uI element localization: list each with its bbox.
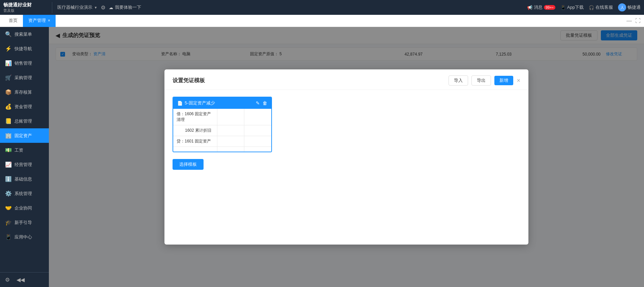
template-row	[173, 147, 271, 152]
template-card-header-actions: ✎ 🗑	[256, 100, 267, 106]
template-credit-2	[244, 136, 271, 147]
sidebar-item-label: 总账管理	[14, 118, 32, 124]
sidebar-item-quick-nav[interactable]: ⚡ 快捷导航	[0, 41, 49, 56]
avatar: 人	[618, 3, 626, 11]
sidebar-item-label: 基础信息	[14, 176, 32, 182]
sidebar-item-purchase[interactable]: 🛒 采购管理	[0, 70, 49, 85]
cloud-icon: ☁	[109, 5, 113, 10]
template-card-header-left: 📄 5-固定资产减少	[177, 100, 215, 106]
tab-asset-mgmt-label: 资产管理	[28, 18, 46, 24]
sidebar-item-label: 系统管理	[14, 191, 32, 197]
fund-icon: 💰	[5, 103, 12, 110]
topbar-right: 📢 消息 99++ 📱 App下载 🎧 在线客服 人 畅捷通	[527, 3, 641, 11]
purchase-icon: 🛒	[5, 74, 12, 81]
sidebar-item-salary[interactable]: 💵 工资	[0, 143, 49, 157]
template-row: 1602 累计折旧	[173, 125, 271, 136]
sidebar-item-sales[interactable]: 📊 销售管理	[0, 56, 49, 70]
notifications-label: 消息	[534, 4, 543, 10]
search-icon: 🔍	[5, 31, 12, 37]
sidebar-item-label: 搜索菜单	[14, 31, 32, 37]
notifications-badge: 99++	[544, 5, 555, 10]
online-service-label: 在线客服	[595, 4, 613, 10]
template-credit-0	[244, 109, 271, 125]
ledger-icon: 📒	[5, 118, 12, 124]
main-layout: 🔍 搜索菜单 ⚡ 快捷导航 📊 销售管理 🛒 采购管理 📦 库存核算 💰	[0, 27, 644, 287]
select-template-button[interactable]: 选择模板	[173, 159, 204, 170]
template-name: 5-固定资产减少	[185, 100, 215, 106]
template-row: 借：1606 固定资产清理	[173, 109, 271, 125]
template-name-text: 固定资产减少	[189, 100, 215, 105]
sidebar-item-guide[interactable]: 🎓 新手引导	[0, 215, 49, 230]
logo-main: 畅捷通好业财	[3, 2, 32, 8]
inventory-icon: 📦	[5, 89, 12, 95]
sidebar-item-label: 库存核算	[14, 89, 32, 95]
sidebar-item-label: 经营管理	[14, 162, 32, 168]
template-credit-1	[244, 125, 271, 136]
template-card-header: 📄 5-固定资产减少 ✎ 🗑	[173, 97, 271, 109]
sidebar-item-app-center[interactable]: 📱 应用中心	[0, 230, 49, 244]
modal-close-icon[interactable]: ×	[517, 77, 520, 84]
sidebar: 🔍 搜索菜单 ⚡ 快捷导航 📊 销售管理 🛒 采购管理 📦 库存核算 💰	[0, 27, 49, 287]
app-download-button[interactable]: 📱 App下载	[560, 4, 584, 10]
sidebar-item-inventory[interactable]: 📦 库存核算	[0, 85, 49, 99]
notifications-button[interactable]: 📢 消息 99++	[527, 4, 555, 10]
template-account-2: 贷：1601 固定资产	[173, 136, 217, 147]
template-card: 📄 5-固定资产减少 ✎ 🗑	[173, 97, 272, 152]
user-label: 畅捷通	[627, 4, 641, 10]
export-button[interactable]: 导出	[471, 75, 491, 86]
mobile-icon: 📱	[560, 5, 566, 10]
tab-home-label: 首页	[9, 18, 18, 24]
sidebar-item-system[interactable]: ⚙️ 系统管理	[0, 186, 49, 201]
tab-close-icon[interactable]: ×	[48, 18, 50, 23]
company-selector[interactable]: 医疗器械行业演示 ▼	[57, 4, 97, 10]
sidebar-item-operation[interactable]: 📈 经营管理	[0, 157, 49, 172]
sidebar-item-fixed-asset[interactable]: 🏢 固定资产	[0, 128, 49, 143]
sidebar-item-ledger[interactable]: 📒 总账管理	[0, 114, 49, 128]
sidebar-item-label: 资金管理	[14, 104, 32, 110]
modal-set-template: 设置凭证模板 导入 导出 新增 × 📄	[164, 69, 528, 245]
sidebar-item-label: 快捷导航	[14, 46, 32, 52]
template-id: 5	[185, 100, 187, 105]
window-controls: — ⛶	[626, 18, 641, 24]
sidebar-item-search[interactable]: 🔍 搜索菜单	[0, 27, 49, 41]
headset-icon: 🎧	[589, 5, 594, 10]
tab-home[interactable]: 首页	[3, 15, 23, 27]
sidebar-item-basic-info[interactable]: ℹ️ 基础信息	[0, 172, 49, 186]
sidebar-item-label: 企业协同	[14, 205, 32, 211]
sidebar-footer: ⚙ ◀◀	[0, 272, 49, 287]
chevron-down-icon: ▼	[94, 6, 97, 9]
user-menu[interactable]: 人 畅捷通	[618, 3, 641, 11]
basic-info-icon: ℹ️	[5, 176, 12, 182]
experience-button[interactable]: ☁ 我要体验一下	[109, 4, 141, 10]
enterprise-icon: 🤝	[5, 205, 12, 211]
sales-icon: 📊	[5, 60, 12, 66]
template-debit-0	[217, 109, 244, 125]
footer-settings-icon[interactable]: ⚙	[5, 277, 10, 283]
modal-header-actions: 导入 导出 新增 ×	[449, 75, 520, 86]
topbar: 畅捷通好业财 普及版 医疗器械行业演示 ▼ ⚙ ☁ 我要体验一下 📢 消息 99…	[0, 0, 644, 15]
modal-title: 设置凭证模板	[173, 77, 205, 84]
maximize-icon[interactable]: ⛶	[635, 18, 641, 24]
salary-icon: 💵	[5, 147, 12, 153]
tab-asset-mgmt[interactable]: 资产管理 ×	[23, 15, 56, 27]
import-button[interactable]: 导入	[449, 75, 468, 86]
app-download-label: App下载	[567, 4, 584, 10]
logo-sub: 普及版	[3, 8, 14, 13]
fixed-asset-icon: 🏢	[5, 132, 12, 139]
tabbar: 首页 资产管理 × — ⛶	[0, 15, 644, 27]
new-button[interactable]: 新增	[494, 76, 513, 85]
edit-icon[interactable]: ✎	[256, 100, 260, 106]
minimize-icon[interactable]: —	[626, 18, 632, 24]
settings-icon[interactable]: ⚙	[101, 4, 105, 11]
footer-collapse-icon[interactable]: ◀◀	[17, 277, 25, 283]
online-service-button[interactable]: 🎧 在线客服	[589, 4, 613, 10]
template-doc-icon: 📄	[177, 101, 183, 106]
template-credit-3	[244, 147, 271, 152]
template-debit-3	[217, 147, 244, 152]
company-name: 医疗器械行业演示	[57, 4, 92, 10]
delete-icon[interactable]: 🗑	[263, 100, 267, 106]
sidebar-item-fund[interactable]: 💰 资金管理	[0, 99, 49, 114]
sidebar-item-label: 销售管理	[14, 60, 32, 66]
sidebar-item-enterprise[interactable]: 🤝 企业协同	[0, 201, 49, 215]
sidebar-item-label: 新手引导	[14, 220, 32, 226]
